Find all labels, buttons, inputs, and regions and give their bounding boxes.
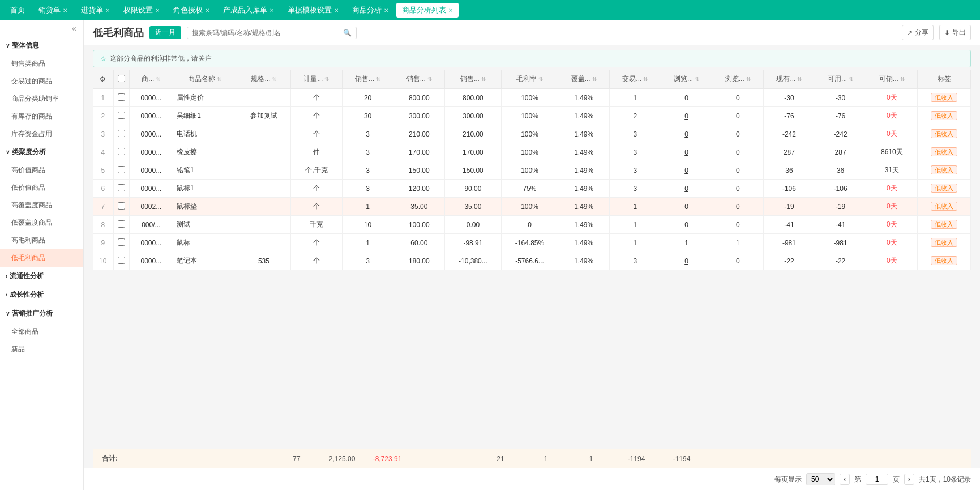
nav-home[interactable]: 首页 — [5, 3, 31, 18]
sort-sales-profit-icon[interactable]: ⇅ — [481, 76, 486, 82]
th-gross-margin[interactable]: 毛利率 ⇅ — [501, 70, 558, 89]
cell-checkbox[interactable] — [113, 89, 129, 107]
sidebar-group-cluster[interactable]: ∨ 类聚度分析 — [0, 143, 83, 161]
row-checkbox[interactable] — [118, 238, 125, 246]
page-input[interactable] — [866, 474, 888, 485]
nav-product-analysis-list[interactable]: 商品分析列表 ✕ — [396, 3, 459, 18]
sidebar-item-category-rate[interactable]: 商品分类助销率 — [0, 90, 83, 108]
search-input[interactable] — [192, 29, 341, 37]
sidebar-item-traded-goods[interactable]: 交易过的商品 — [0, 73, 83, 90]
sidebar-item-low-coverage[interactable]: 低覆盖度商品 — [0, 214, 83, 232]
cell-checkbox[interactable] — [113, 143, 129, 161]
sort-available-icon[interactable]: ⇅ — [849, 76, 853, 82]
sidebar-group-marketing[interactable]: ∨ 营销推广分析 — [0, 304, 83, 323]
row-checkbox[interactable] — [118, 220, 125, 228]
prev-page-button[interactable]: ‹ — [840, 474, 850, 485]
select-all-checkbox[interactable] — [118, 75, 125, 82]
cell-checkbox[interactable] — [113, 216, 129, 234]
cell-checkbox[interactable] — [113, 180, 129, 198]
row-checkbox[interactable] — [118, 93, 125, 101]
sort-spec-icon[interactable]: ⇅ — [272, 76, 276, 82]
row-checkbox[interactable] — [118, 184, 125, 191]
th-current-stock[interactable]: 现有... ⇅ — [764, 70, 815, 89]
nav-close-permission[interactable]: ✕ — [155, 7, 160, 14]
th-available[interactable]: 可用... ⇅ — [815, 70, 866, 89]
nav-sales[interactable]: 销货单 ✕ — [33, 3, 73, 18]
sidebar-group-growth[interactable]: › 成长性分析 — [0, 286, 83, 304]
nav-product-warehouse[interactable]: 产成品入库单 ✕ — [217, 3, 280, 18]
row-checkbox[interactable] — [118, 166, 125, 173]
cell-browse1[interactable]: 1 — [661, 234, 712, 252]
sidebar-collapse[interactable]: « — [0, 20, 83, 36]
cell-browse1[interactable]: 0 — [661, 252, 712, 270]
sort-code-icon[interactable]: ⇅ — [156, 76, 160, 82]
nav-template[interactable]: 单据模板设置 ✕ — [282, 3, 344, 18]
row-checkbox[interactable] — [118, 112, 125, 119]
cell-browse1[interactable]: 0 — [661, 216, 712, 234]
sidebar-group-overall[interactable]: ∨ 整体信息 — [0, 36, 83, 55]
th-coverage[interactable]: 覆盖... ⇅ — [558, 70, 610, 89]
nav-close-product-warehouse[interactable]: ✕ — [269, 7, 274, 14]
sort-current-stock-icon[interactable]: ⇅ — [797, 76, 802, 82]
th-name[interactable]: 商品名称 ⇅ — [173, 70, 237, 89]
th-sales-amount[interactable]: 销售... ⇅ — [393, 70, 445, 89]
th-code[interactable]: 商... ⇅ — [129, 70, 173, 89]
sidebar-item-stock-capital[interactable]: 库存资金占用 — [0, 125, 83, 143]
th-checkbox[interactable] — [113, 70, 129, 89]
next-page-button[interactable]: › — [904, 474, 914, 485]
cell-checkbox[interactable] — [113, 252, 129, 270]
cell-browse1[interactable]: 0 — [661, 107, 712, 125]
th-transaction[interactable]: 交易... ⇅ — [610, 70, 661, 89]
cell-checkbox[interactable] — [113, 107, 129, 125]
sort-browse2-icon[interactable]: ⇅ — [746, 76, 751, 82]
cell-checkbox[interactable] — [113, 198, 129, 216]
th-browse2[interactable]: 浏览... ⇅ — [712, 70, 764, 89]
th-spec[interactable]: 规格... ⇅ — [237, 70, 290, 89]
sidebar-item-low-value[interactable]: 低价值商品 — [0, 179, 83, 197]
cell-browse1[interactable]: 0 — [661, 180, 712, 198]
nav-role[interactable]: 角色授权 ✕ — [168, 3, 215, 18]
cell-checkbox[interactable] — [113, 234, 129, 252]
nav-close-role[interactable]: ✕ — [205, 7, 209, 14]
sort-sales-amount-icon[interactable]: ⇅ — [427, 76, 432, 82]
sort-name-icon[interactable]: ⇅ — [217, 76, 221, 82]
sort-transaction-icon[interactable]: ⇅ — [643, 76, 648, 82]
sort-browse1-icon[interactable]: ⇅ — [695, 76, 699, 82]
collapse-icon[interactable]: « — [69, 23, 80, 34]
share-button[interactable]: ↗ 分享 — [902, 25, 934, 40]
cell-browse1[interactable]: 0 — [661, 198, 712, 216]
cell-checkbox[interactable] — [113, 125, 129, 143]
sort-sales-qty-icon[interactable]: ⇅ — [376, 76, 380, 82]
table-container[interactable]: ⚙ 商... ⇅ 商品名称 — [93, 70, 971, 449]
cell-browse1[interactable]: 0 — [661, 125, 712, 143]
nav-close-sales[interactable]: ✕ — [63, 7, 67, 14]
sidebar-item-high-margin[interactable]: 高毛利商品 — [0, 232, 83, 249]
th-sales-qty[interactable]: 销售... ⇅ — [342, 70, 393, 89]
sidebar-item-in-stock[interactable]: 有库存的商品 — [0, 108, 83, 125]
sidebar-item-high-value[interactable]: 高价值商品 — [0, 161, 83, 179]
nav-close-template[interactable]: ✕ — [334, 7, 339, 14]
cell-browse1[interactable]: 0 — [661, 161, 712, 180]
sidebar-group-liquidity[interactable]: › 流通性分析 — [0, 267, 83, 286]
sort-coverage-icon[interactable]: ⇅ — [592, 76, 597, 82]
nav-permission[interactable]: 权限设置 ✕ — [118, 3, 165, 18]
th-saleable[interactable]: 可销... ⇅ — [866, 70, 918, 89]
th-settings[interactable]: ⚙ — [93, 70, 113, 89]
th-browse1[interactable]: 浏览... ⇅ — [661, 70, 712, 89]
row-checkbox[interactable] — [118, 130, 125, 137]
export-button[interactable]: ⬇ 导出 — [939, 25, 971, 40]
nav-close-product-analysis[interactable]: ✕ — [384, 7, 388, 14]
row-checkbox[interactable] — [118, 257, 125, 264]
cell-browse1[interactable]: 0 — [661, 143, 712, 161]
nav-product-analysis[interactable]: 商品分析 ✕ — [346, 3, 394, 18]
cell-checkbox[interactable] — [113, 161, 129, 180]
sidebar-item-new-goods[interactable]: 新品 — [0, 340, 83, 358]
th-unit[interactable]: 计量... ⇅ — [291, 70, 343, 89]
sidebar-item-all-goods[interactable]: 全部商品 — [0, 323, 83, 340]
nav-purchase[interactable]: 进货单 ✕ — [75, 3, 115, 18]
cell-browse1[interactable]: 0 — [661, 89, 712, 107]
row-checkbox[interactable] — [118, 148, 125, 155]
row-checkbox[interactable] — [118, 202, 125, 210]
sort-gross-margin-icon[interactable]: ⇅ — [538, 76, 543, 82]
per-page-select[interactable]: 50 100 — [806, 473, 835, 485]
